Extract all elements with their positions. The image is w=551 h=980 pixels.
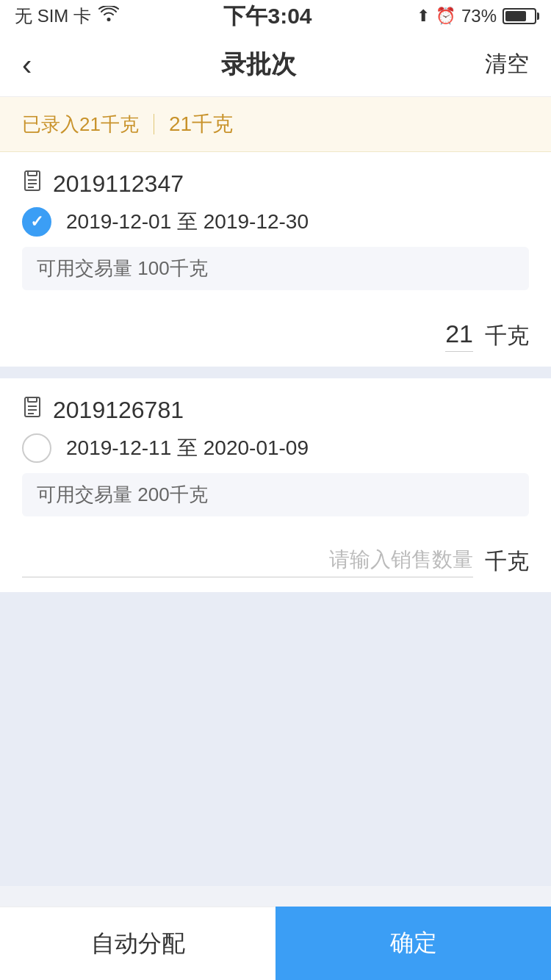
batch-1-card: 2019112347 2019-12-01 至 2019-12-30 可用交易量… [0, 152, 551, 367]
batch-1-id: 2019112347 [53, 170, 184, 198]
batch-2-radio[interactable] [22, 433, 51, 463]
batch-2-input-underline[interactable]: 请输入销售数量 [22, 546, 473, 577]
carrier-text: 无 SIM 卡 [15, 4, 91, 28]
status-right: ⬆ ⏰ 73% [417, 6, 536, 26]
batch-1-header: 2019112347 [22, 170, 529, 198]
status-left: 无 SIM 卡 [15, 4, 119, 28]
batch-2-card: 2019126781 2019-12-11 至 2020-01-09 可用交易量… [0, 378, 551, 592]
batch-2-header: 2019126781 [22, 396, 529, 425]
batch-1-date-row[interactable]: 2019-12-01 至 2019-12-30 [22, 207, 529, 237]
wifi-icon [98, 6, 119, 26]
alarm-icon: ⏰ [436, 7, 455, 26]
batch-1-date: 2019-12-01 至 2019-12-30 [66, 208, 309, 236]
status-time: 下午3:04 [223, 1, 311, 32]
confirm-button[interactable]: 确定 [276, 907, 551, 980]
location-icon: ⬆ [417, 7, 430, 26]
batch-2-availability-text: 可用交易量 200千克 [37, 483, 208, 505]
batch-1-availability-text: 可用交易量 100千克 [37, 257, 208, 279]
already-recorded-label: 已录入21千克 [22, 112, 139, 137]
page-title: 录批次 [221, 48, 296, 82]
svg-rect-6 [28, 397, 37, 402]
nav-bar: ‹ 录批次 清空 [0, 32, 551, 97]
batch-2-doc-icon [22, 396, 46, 425]
batch-1-quantity-value: 21 [445, 320, 473, 348]
batch-2-availability: 可用交易量 200千克 [22, 473, 529, 516]
batch-2-unit: 千克 [485, 547, 529, 577]
batch-2-item: 2019126781 2019-12-11 至 2020-01-09 可用交易量… [0, 378, 551, 531]
batch-2-id: 2019126781 [53, 397, 184, 424]
batch-1-doc-icon [22, 170, 46, 198]
recorded-value: 21千克 [169, 110, 233, 138]
batch-2-date: 2019-12-11 至 2020-01-09 [66, 434, 309, 462]
clear-button[interactable]: 清空 [485, 49, 529, 79]
batch-2-placeholder: 请输入销售数量 [329, 546, 473, 574]
batch-1-quantity-row: 21 千克 [0, 305, 551, 367]
status-bar: 无 SIM 卡 下午3:04 ⬆ ⏰ 73% [0, 0, 551, 32]
info-divider [154, 114, 154, 134]
back-button[interactable]: ‹ [22, 50, 32, 79]
bottom-bar: 自动分配 确定 [0, 907, 551, 980]
section-divider-1 [0, 367, 551, 378]
svg-rect-1 [28, 171, 37, 176]
batch-1-quantity-underline: 21 [445, 320, 473, 352]
batch-1-unit: 千克 [485, 321, 529, 351]
battery-icon [503, 8, 536, 24]
batch-1-item: 2019112347 2019-12-01 至 2019-12-30 可用交易量… [0, 152, 551, 305]
batch-2-input-row[interactable]: 请输入销售数量 千克 [0, 531, 551, 592]
empty-area [0, 592, 551, 886]
auto-distribute-button[interactable]: 自动分配 [0, 907, 276, 980]
battery-percent: 73% [461, 6, 497, 26]
batch-2-date-row[interactable]: 2019-12-11 至 2020-01-09 [22, 433, 529, 463]
batch-1-radio[interactable] [22, 207, 51, 237]
batch-1-availability: 可用交易量 100千克 [22, 247, 529, 290]
info-banner: 已录入21千克 21千克 [0, 97, 551, 152]
content-wrap: 2019112347 2019-12-01 至 2019-12-30 可用交易量… [0, 152, 551, 959]
